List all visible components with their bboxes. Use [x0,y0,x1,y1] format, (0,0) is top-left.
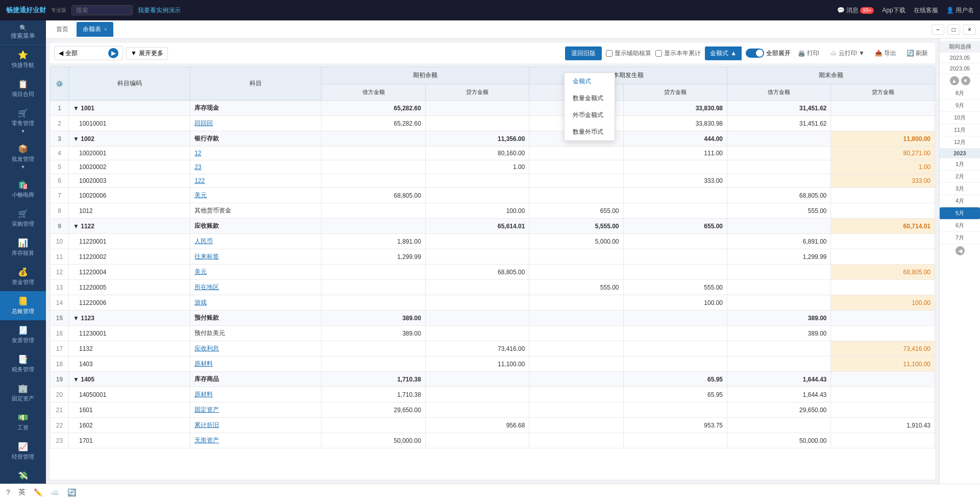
row-name-19[interactable]: 原材料 [190,387,322,402]
row-name-16[interactable]: 应收利息 [190,341,322,356]
ytd-checkbox-input[interactable] [655,50,662,57]
demo-link[interactable]: 我要看实例演示 [138,6,181,15]
row-name-5[interactable]: 122 [190,174,322,188]
return-old-version-btn[interactable]: 退回旧版 [565,46,602,60]
window-max-btn[interactable]: □ [947,25,960,35]
search-nav-btn[interactable]: ▶ [108,48,118,58]
row-code-7: 1012 [69,203,190,219]
bottom-edit-icon[interactable]: ✏️ [34,488,42,496]
user-avatar[interactable]: 👤 用户名 [946,6,974,15]
sidebar-item-wholesale[interactable]: 📦 批发管理 ▼ [0,139,46,175]
window-min-btn[interactable]: − [932,25,944,35]
toolbar-right: 退回旧版 显示辅助核算 显示本年累计 金额式 ▲ [565,46,931,60]
row-code-8[interactable]: ▼ 1122 [69,219,190,234]
row-code-18[interactable]: ▼ 1405 [69,372,190,387]
sidebar-item-ecommerce[interactable]: 🛍️ 小畅电商 [0,175,46,204]
print-btn[interactable]: 🖨️ 打印 [795,47,822,59]
dropdown-item-amount[interactable]: 金额式 [565,73,615,90]
date-month-3[interactable]: 3月 [940,183,980,195]
cloud-print-btn[interactable]: ☁️ 云打印 ▼ [826,47,868,59]
sidebar-item-ledger[interactable]: 📒 总账管理 [0,291,46,320]
sidebar-item-tax[interactable]: 📑 税务管理 [0,349,46,378]
toggle-control[interactable] [746,49,764,58]
row-oc-13 [425,295,529,311]
row-name-1[interactable]: 回回回 [190,116,322,131]
date-month-1[interactable]: 1月 [940,158,980,171]
row-name-22[interactable]: 无形资产 [190,433,322,448]
sidebar-item-sales-expense[interactable]: 💸 小畅报销 [0,466,46,484]
sidebar-item-project[interactable]: 📋 项目合同 [0,74,46,103]
expand-more-btn[interactable]: ▼ 展开更多 [126,47,168,60]
refresh-btn[interactable]: 🔄 刷新 [903,47,931,59]
window-close-btn[interactable]: × [963,25,976,35]
date-nav-up[interactable]: ▲ [950,76,959,85]
date-month-4[interactable]: 4月 [940,195,980,207]
row-name-6[interactable]: 美元 [190,188,322,203]
row-name-17[interactable]: 原材料 [190,356,322,372]
dropdown-item-qty-amount[interactable]: 数量金额式 [565,90,615,107]
row-name-12[interactable]: 所在地区 [190,280,322,295]
tab-close-btn[interactable]: × [104,27,107,32]
date-month-6[interactable]: 6月 [940,220,980,232]
row-code-2[interactable]: ▼ 1002 [69,131,190,147]
show-helper-checkbox[interactable]: 显示辅助核算 [606,49,651,58]
tab-balance-sheet[interactable]: 余额表 × [77,22,113,37]
sidebar-item-finance[interactable]: 💰 资金管理 [0,262,46,291]
settings-header[interactable]: ⚙️ [51,67,69,101]
app-download[interactable]: App下载 [882,6,905,15]
row-name-10[interactable]: 往来标签 [190,249,322,265]
row-cc-7 [623,203,727,219]
sidebar-item-assets[interactable]: 🏢 固定资产 [0,378,46,408]
row-code-0[interactable]: ▼ 1001 [69,101,190,116]
row-name-21[interactable]: 累计折旧 [190,418,322,433]
sidebar-search[interactable]: 🔍 搜索菜单 [0,20,46,45]
sidebar-item-retail[interactable]: 🛒 零售管理 ▼ [0,103,46,139]
sidebar-item-operations[interactable]: 📈 经营管理 [0,437,46,466]
tab-home[interactable]: 首页 [50,22,75,37]
row-cd-8: 5,555.00 [529,219,623,234]
date-month-5[interactable]: 5月 [940,207,980,220]
row-name-11[interactable]: 美元 [190,265,322,280]
row-name-13[interactable]: 游戏 [190,295,322,311]
sidebar-item-inventory[interactable]: 📊 库存核算 [0,233,46,262]
bottom-cloud-icon[interactable]: ☁️ [51,488,59,496]
date-collapse-btn[interactable]: ◀ [955,246,965,255]
date-month-10[interactable]: 10月 [940,112,980,124]
sidebar-item-quick-nav[interactable]: ⭐ 快捷导航 [0,45,46,74]
notification[interactable]: 💬 消息 99+ [837,6,874,15]
date-nav-down[interactable]: ▼ [961,76,970,85]
row-oc-5 [425,174,529,188]
row-name-9[interactable]: 人民币 [190,234,322,249]
sidebar-item-invoice[interactable]: 🧾 发票管理 [0,320,46,349]
opening-balance-header: 期初余额 [322,67,529,84]
row-name-4[interactable]: 23 [190,160,322,174]
row-name-3[interactable]: 12 [190,147,322,160]
style-select-btn[interactable]: 金额式 ▲ [705,46,742,60]
bottom-sync-icon[interactable]: 🔄 [67,488,76,496]
date-month-2[interactable]: 2月 [940,171,980,183]
export-btn[interactable]: 📤 导出 [872,47,899,59]
sidebar-item-salary[interactable]: 💵 工资 [0,408,46,437]
show-ytd-checkbox[interactable]: 显示本年累计 [655,49,701,58]
bottom-lang-icon[interactable]: 英 [18,488,26,497]
date-year-start[interactable]: 2023.05 [940,53,980,63]
row-code-14[interactable]: ▼ 1123 [69,311,190,326]
date-month-9[interactable]: 9月 [940,100,980,112]
sidebar-item-purchase[interactable]: 🛒 采购管理 [0,204,46,233]
helper-checkbox-input[interactable] [606,50,612,57]
date-year-end[interactable]: 2023.05 [940,63,980,74]
date-year-2023[interactable]: 2023 [940,149,980,158]
date-month-8[interactable]: 8月 [940,87,980,100]
date-month-11[interactable]: 11月 [940,124,980,136]
dropdown-item-qty-foreign[interactable]: 数量外币式 [565,124,615,140]
date-month-12[interactable]: 12月 [940,136,980,149]
row-name-20[interactable]: 固定资产 [190,402,322,418]
top-search-input[interactable] [71,5,133,15]
expand-all-toggle[interactable]: 全部展开 [746,49,791,58]
date-month-7[interactable]: 7月 [940,232,980,244]
bottom-help-icon[interactable]: ? [6,488,10,496]
online-service[interactable]: 在线客服 [914,6,938,15]
dropdown-item-foreign-amount[interactable]: 外币金额式 [565,107,615,124]
account-search-input[interactable] [65,50,106,57]
tax-icon: 📑 [18,354,28,364]
